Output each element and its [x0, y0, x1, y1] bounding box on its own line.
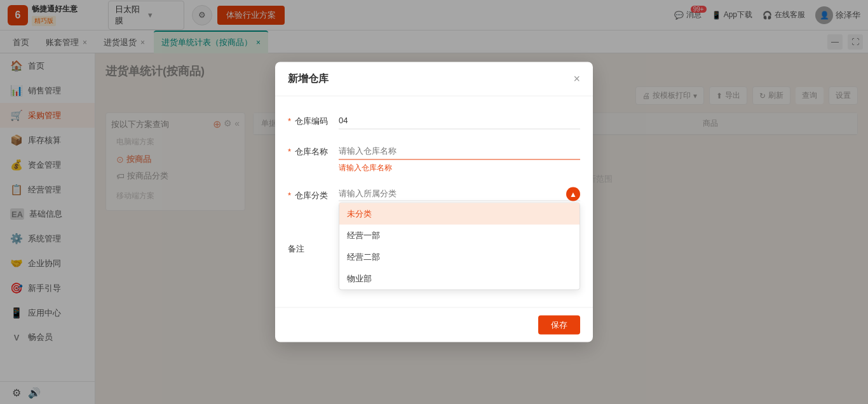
modal-close-btn[interactable]: × [573, 72, 580, 86]
modal-title: 新增仓库 [288, 72, 329, 86]
required-star-name: * [288, 147, 291, 156]
notes-label: 备注 [288, 239, 339, 255]
dropdown-option-unclassified[interactable]: 未分类 [339, 203, 580, 225]
chevron-up-icon: ▲ [569, 190, 577, 199]
modal-body: * 仓库编码 * 仓库名称 请输入仓库名称 * 仓库分类 [275, 97, 593, 307]
dropdown-option-dept2[interactable]: 经营二部 [339, 246, 580, 268]
name-label: * 仓库名称 [288, 142, 339, 158]
required-star: * [288, 116, 291, 126]
save-btn[interactable]: 保存 [538, 316, 580, 335]
required-star-cat: * [288, 191, 291, 200]
category-field: ▲ 未分类 经营一部 经营二部 物业部 [339, 186, 580, 201]
modal-footer: 保存 [275, 307, 593, 342]
form-row-name: * 仓库名称 请输入仓库名称 [288, 142, 580, 173]
modal-header: 新增仓库 × [275, 62, 593, 97]
category-input[interactable] [339, 189, 580, 198]
code-input[interactable] [339, 112, 580, 130]
category-dropdown-btn[interactable]: ▲ [566, 187, 580, 201]
code-label: * 仓库编码 [288, 112, 339, 127]
dropdown-option-dept3[interactable]: 物业部 [339, 268, 580, 290]
add-warehouse-modal: 新增仓库 × * 仓库编码 * 仓库名称 请输入仓库名称 [275, 62, 593, 342]
name-field: 请输入仓库名称 [339, 142, 580, 173]
category-label: * 仓库分类 [288, 186, 339, 201]
form-row-code: * 仓库编码 [288, 112, 580, 130]
name-error-msg: 请输入仓库名称 [339, 163, 580, 173]
form-row-category: * 仓库分类 ▲ 未分类 经营一部 经营二部 物业部 [288, 186, 580, 201]
code-field [339, 112, 580, 130]
name-input[interactable] [339, 142, 580, 160]
dropdown-option-dept1[interactable]: 经营一部 [339, 225, 580, 246]
category-dropdown-list: 未分类 经营一部 经营二部 物业部 [339, 203, 580, 290]
